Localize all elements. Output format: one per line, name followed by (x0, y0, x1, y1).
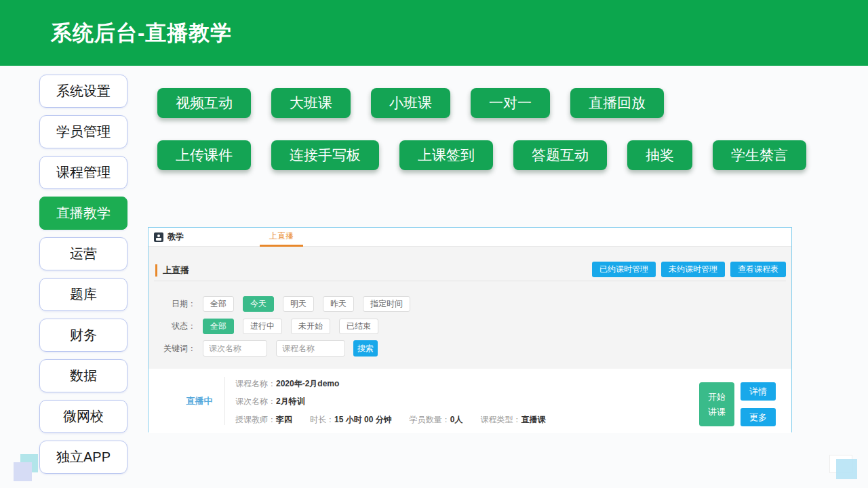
unbooked-lessons-button[interactable]: 未约课时管理 (661, 262, 725, 277)
record-course-name: 课程名称： 2020年-2月demo (235, 379, 690, 388)
status-option-finished[interactable]: 已结束 (339, 319, 378, 334)
more-button[interactable]: 更多 (741, 408, 776, 426)
sidebar-item-question-bank[interactable]: 题库 (39, 278, 127, 311)
status-option-all[interactable]: 全部 (203, 319, 234, 334)
start-teaching-button[interactable]: 开始讲课 (699, 382, 734, 426)
date-option-today[interactable]: 今天 (243, 296, 274, 312)
live-status-badge: 直播中 (176, 369, 223, 433)
admin-panel: 教学 上直播 上直播 已约课时管理 未约课时管理 查看课程表 日期： 全部 今天… (148, 227, 792, 432)
date-filter-label: 日期： (158, 298, 196, 310)
search-button[interactable]: 搜索 (353, 340, 378, 357)
record-student-count: 学员数量： 0人 (410, 414, 463, 426)
feature-upload-courseware-button[interactable]: 上传课件 (157, 140, 251, 170)
course-name-input[interactable] (276, 340, 345, 357)
feature-live-replay-button[interactable]: 直播回放 (570, 88, 664, 118)
date-option-custom[interactable]: 指定时间 (363, 296, 410, 312)
view-schedule-button[interactable]: 查看课程表 (730, 262, 786, 277)
feature-small-class-button[interactable]: 小班课 (371, 88, 450, 118)
course-record-row: 直播中 课程名称： 2020年-2月demo 课次名称： 2月特训 授课教师： … (149, 369, 791, 433)
app-label: 教学 (167, 231, 184, 243)
feature-one-on-one-button[interactable]: 一对一 (471, 88, 550, 118)
feature-large-class-button[interactable]: 大班课 (271, 88, 351, 118)
booked-lessons-button[interactable]: 已约课时管理 (592, 262, 656, 277)
sidebar-item-finance[interactable]: 财务 (39, 319, 127, 352)
record-divider (224, 377, 225, 425)
section-header: 上直播 已约课时管理 未约课时管理 查看课程表 (155, 262, 786, 279)
sidebar-item-data[interactable]: 数据 (39, 359, 127, 392)
sidebar: 系统设置 学员管理 课程管理 直播教学 运营 题库 财务 数据 微网校 独立AP… (39, 75, 127, 481)
keyword-filter-label: 关键词： (158, 343, 196, 354)
feature-video-interaction-button[interactable]: 视频互动 (157, 88, 251, 118)
date-option-all[interactable]: 全部 (203, 296, 234, 312)
sidebar-item-standalone-app[interactable]: 独立APP (39, 441, 127, 474)
section-title: 上直播 (155, 264, 189, 277)
section-actions: 已约课时管理 未约课时管理 查看课程表 (592, 262, 786, 277)
section-divider (154, 281, 786, 281)
feature-connect-tablet-button[interactable]: 连接手写板 (271, 140, 379, 170)
date-filter-row: 日期： 全部 今天 明天 昨天 指定时间 (158, 296, 782, 312)
sidebar-item-live-teaching[interactable]: 直播教学 (39, 197, 127, 230)
teaching-app-icon (154, 232, 163, 242)
sidebar-item-course-management[interactable]: 课程管理 (39, 156, 127, 189)
page-title: 系统后台-直播教学 (51, 19, 232, 47)
record-lesson-name: 课次名称： 2月特训 (235, 397, 690, 407)
feature-buttons-row2: 上传课件 连接手写板 上课签到 答题互动 抽奖 学生禁言 (157, 140, 806, 170)
sidebar-item-system-settings[interactable]: 系统设置 (39, 75, 127, 108)
detail-button[interactable]: 详情 (741, 382, 776, 401)
record-details: 课程名称： 2020年-2月demo 课次名称： 2月特训 授课教师： 李四 时… (235, 369, 690, 433)
record-meta-line: 授课教师： 李四 时长： 15 小时 00 分钟 学员数量： 0人 课程类型： … (235, 415, 690, 424)
sidebar-item-operations[interactable]: 运营 (39, 237, 127, 270)
decor-square-blue (836, 459, 857, 479)
record-duration: 时长： 15 小时 00 分钟 (310, 414, 392, 426)
sidebar-item-micro-school[interactable]: 微网校 (39, 400, 127, 433)
date-option-tomorrow[interactable]: 明天 (283, 296, 314, 312)
feature-lottery-button[interactable]: 抽奖 (627, 140, 692, 170)
feature-quiz-interaction-button[interactable]: 答题互动 (513, 140, 607, 170)
panel-tab-bar: 教学 上直播 (149, 228, 791, 247)
record-teacher: 授课教师： 李四 (235, 414, 292, 426)
tab-go-live[interactable]: 上直播 (260, 228, 303, 247)
date-option-yesterday[interactable]: 昨天 (323, 296, 354, 312)
keyword-filter-row: 关键词： 搜索 (158, 340, 782, 357)
decor-square-lavender (14, 462, 32, 481)
record-course-type: 课程类型： 直播课 (480, 414, 545, 426)
feature-mute-students-button[interactable]: 学生禁言 (713, 140, 806, 170)
date-filter-options: 全部 今天 明天 昨天 指定时间 (203, 296, 410, 312)
status-filter-options: 全部 进行中 未开始 已结束 (203, 319, 378, 334)
page-header: 系统后台-直播教学 (0, 0, 868, 66)
status-filter-label: 状态： (158, 321, 196, 332)
lesson-name-input[interactable] (203, 340, 267, 357)
status-option-ongoing[interactable]: 进行中 (243, 319, 282, 334)
status-option-not-started[interactable]: 未开始 (291, 319, 330, 334)
sidebar-item-student-management[interactable]: 学员管理 (39, 115, 127, 148)
feature-buttons-row1: 视频互动 大班课 小班课 一对一 直播回放 (157, 88, 664, 118)
status-filter-row: 状态： 全部 进行中 未开始 已结束 (158, 318, 782, 334)
panel-filter-area: 上直播 已约课时管理 未约课时管理 查看课程表 日期： 全部 今天 明天 昨天 … (149, 247, 791, 369)
feature-class-checkin-button[interactable]: 上课签到 (399, 140, 493, 170)
